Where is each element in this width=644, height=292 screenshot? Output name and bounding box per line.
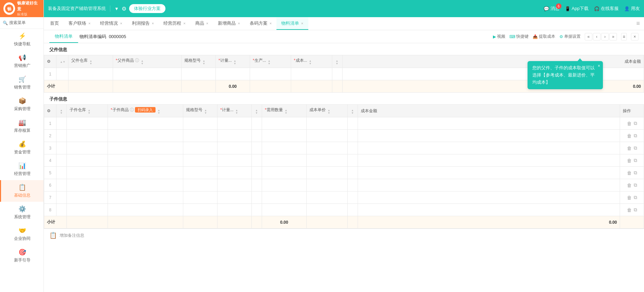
sidebar-item-inventory[interactable]: 🏭 库存核算 <box>0 115 44 137</box>
delete-row-btn[interactable]: 🗑 <box>627 207 632 213</box>
nav-close[interactable]: × <box>631 33 639 40</box>
child-unit-cost-cell[interactable] <box>307 191 348 204</box>
close-customer-tab[interactable]: × <box>88 21 90 25</box>
child-goods-cell[interactable] <box>108 204 183 216</box>
child-unit-cost-cell[interactable] <box>307 167 348 179</box>
nav-prev-prev[interactable]: « <box>585 33 592 40</box>
child-unit-cell[interactable] <box>218 204 252 216</box>
child-unit-cell[interactable] <box>218 191 252 204</box>
child-goods-cell[interactable] <box>108 167 183 179</box>
child-goods-cell[interactable] <box>108 117 183 130</box>
sidebar-item-purchase[interactable]: 📦 采购管理 <box>0 94 44 115</box>
delete-row-btn[interactable]: 🗑 <box>627 195 632 200</box>
copy-row-btn[interactable]: ⧉ <box>634 195 637 200</box>
tab-goods[interactable]: 商品 × <box>190 17 213 30</box>
child-warehouse-cell[interactable] <box>67 117 108 130</box>
tab-customer[interactable]: 客户联络 × <box>64 17 95 30</box>
tab-new-goods[interactable]: 新增商品 × <box>213 17 245 30</box>
child-unit-cost-cell[interactable] <box>307 130 348 142</box>
sidebar-item-guide[interactable]: 🎯 新手引导 <box>0 245 44 267</box>
child-req-qty-cell[interactable] <box>262 191 307 204</box>
child-unit-cost-cell[interactable] <box>307 117 348 130</box>
message-btn[interactable]: 💬 消息 6 <box>544 5 559 12</box>
copy-row-btn[interactable]: ⧉ <box>634 120 637 126</box>
child-unit-cost-cell[interactable] <box>307 204 348 216</box>
single-settings-btn[interactable]: ⚙ 单据设置 <box>559 34 581 39</box>
scan-btn[interactable]: 扫码录入 <box>135 107 156 113</box>
th-settings-child[interactable]: ⚙ <box>44 105 57 117</box>
child-unit-cell[interactable] <box>218 142 252 154</box>
child-warehouse-cell[interactable] <box>67 154 108 167</box>
child-spec-cell[interactable] <box>183 117 218 130</box>
child-warehouse-cell[interactable] <box>67 142 108 154</box>
copy-row-btn[interactable]: ⧉ <box>634 170 637 176</box>
child-unit-cost-cell[interactable] <box>307 154 348 167</box>
parent-goods-cell[interactable] <box>113 68 181 80</box>
copy-row-btn[interactable]: ⧉ <box>634 207 637 213</box>
sidebar-search[interactable]: 🔍 搜索菜单 <box>0 17 44 29</box>
child-goods-cell[interactable] <box>108 191 183 204</box>
production-cell[interactable] <box>250 68 291 80</box>
copy-row-btn[interactable]: ⧉ <box>634 145 637 151</box>
child-req-qty-cell[interactable] <box>262 154 307 167</box>
close-bom-tab[interactable]: × <box>301 21 303 25</box>
delete-row-btn[interactable]: 🗑 <box>627 121 632 126</box>
tab-history[interactable]: 经营历程 × <box>159 17 190 30</box>
sidebar-item-system[interactable]: ⚙️ 系统管理 <box>0 202 44 223</box>
th-settings-parent[interactable]: ⚙ <box>44 55 57 68</box>
child-req-qty-cell[interactable] <box>262 204 307 216</box>
sidebar-item-operations[interactable]: 📊 经营管理 <box>0 159 44 180</box>
sidebar-item-marketing[interactable]: 📢 营销推广 <box>0 50 44 72</box>
child-warehouse-cell[interactable] <box>67 130 108 142</box>
delete-row-btn[interactable]: 🗑 <box>627 170 632 176</box>
child-unit-cell[interactable] <box>218 167 252 179</box>
delete-row-btn[interactable]: 🗑 <box>627 133 632 139</box>
child-unit-cell[interactable] <box>218 179 252 191</box>
tooltip-close-btn[interactable]: × <box>598 63 600 69</box>
user-menu[interactable]: 👤 用友 <box>624 5 640 12</box>
sidebar-item-finance[interactable]: 💰 资金管理 <box>0 137 44 159</box>
nav-next-next[interactable]: » <box>609 33 617 40</box>
spec-cell[interactable] <box>181 68 215 80</box>
child-warehouse-cell[interactable] <box>67 167 108 179</box>
sidebar-item-sales[interactable]: 🛒 销售管理 <box>0 72 44 94</box>
tab-operations[interactable]: 经营情况 × <box>95 17 127 30</box>
close-goods-tab[interactable]: × <box>206 21 208 25</box>
child-goods-cell[interactable] <box>108 142 183 154</box>
child-spec-cell[interactable] <box>183 154 218 167</box>
close-new-goods-tab[interactable]: × <box>238 21 240 25</box>
sidebar-item-collab[interactable]: 🤝 企业协同 <box>0 223 44 245</box>
child-unit-cell[interactable] <box>218 154 252 167</box>
child-spec-cell[interactable] <box>183 204 218 216</box>
close-barcode-tab[interactable]: × <box>270 21 272 25</box>
child-req-qty-cell[interactable] <box>262 130 307 142</box>
child-req-qty-cell[interactable] <box>262 167 307 179</box>
child-goods-cell[interactable] <box>108 130 183 142</box>
child-unit-cell[interactable] <box>218 130 252 142</box>
nav-next[interactable]: › <box>601 33 609 40</box>
child-req-qty-cell[interactable] <box>262 142 307 154</box>
parent-warehouse-cell[interactable] <box>68 68 113 80</box>
child-req-qty-cell[interactable] <box>262 117 307 130</box>
tab-bom[interactable]: 物料清单 × <box>276 17 308 30</box>
child-unit-cell[interactable] <box>218 117 252 130</box>
tab-home[interactable]: 首页 <box>45 17 64 30</box>
child-unit-cost-cell[interactable] <box>307 142 348 154</box>
view-btn[interactable]: ▶ 视频 <box>493 34 505 39</box>
child-spec-cell[interactable] <box>183 142 218 154</box>
footer-text[interactable]: 增加备注信息 <box>60 233 84 238</box>
child-req-qty-cell[interactable] <box>262 179 307 191</box>
nav-prev[interactable]: ‹ <box>593 33 600 40</box>
close-operations-tab[interactable]: × <box>120 21 122 25</box>
system-title-arrow[interactable]: ▼ <box>114 6 119 11</box>
child-spec-cell[interactable] <box>183 179 218 191</box>
child-warehouse-cell[interactable] <box>67 179 108 191</box>
sidebar-item-basic[interactable]: 📋 基础信息 <box>0 180 44 202</box>
sub-tab-bom-list[interactable]: 物料清单 <box>49 31 78 43</box>
nav-list-view[interactable]: ≡ <box>621 33 627 40</box>
close-profit-tab[interactable]: × <box>152 21 154 25</box>
child-unit-cost-cell[interactable] <box>307 179 348 191</box>
child-goods-cell[interactable] <box>108 154 183 167</box>
delete-row-btn[interactable]: 🗑 <box>627 183 632 188</box>
close-history-tab[interactable]: × <box>183 21 185 25</box>
